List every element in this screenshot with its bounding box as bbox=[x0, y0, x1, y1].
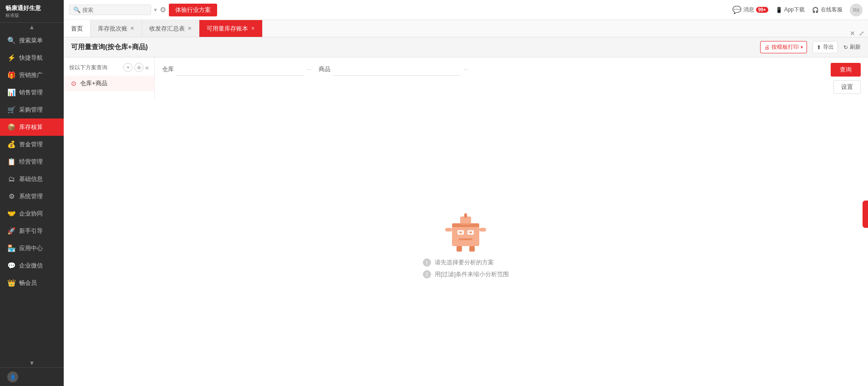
close-all-tabs-icon[interactable]: ✕ bbox=[850, 30, 855, 37]
industry-solution-button[interactable]: 体验行业方案 bbox=[169, 4, 217, 16]
page-header-actions: 🖨 按模板打印 ▾ ⬆ 导出 ↻ 刷新 bbox=[760, 41, 861, 53]
app-name: 畅康通好生意 bbox=[5, 5, 58, 12]
warehouse-field: 仓库 ··· bbox=[162, 63, 311, 76]
app-download-btn[interactable]: 📱 App下载 bbox=[776, 6, 805, 14]
sidebar-item-cooperation[interactable]: 🤝 企业协同 bbox=[0, 205, 64, 222]
collapse-scheme-icon[interactable]: « bbox=[145, 64, 149, 71]
sidebar-scroll-down[interactable]: ▼ bbox=[0, 358, 64, 367]
scheme-header-label: 按以下方案查询 bbox=[69, 64, 107, 72]
hint-1: 1 请先选择要分析的方案 bbox=[423, 258, 509, 267]
tab-controls: ✕ ⤢ bbox=[846, 30, 868, 37]
warehouse-label: 仓库 bbox=[162, 65, 174, 73]
chart-icon: 📊 bbox=[7, 88, 15, 97]
sidebar-item-search[interactable]: 🔍 搜索菜单 bbox=[0, 32, 64, 49]
search-icon: 🔍 bbox=[7, 36, 15, 45]
refresh-button[interactable]: ↻ 刷新 bbox=[843, 43, 861, 51]
sidebar-item-wechat[interactable]: 💬 企业微信 bbox=[0, 257, 64, 274]
online-service-btn[interactable]: 🎧 在线客服 bbox=[812, 6, 843, 14]
empty-illustration bbox=[443, 207, 488, 253]
dropdown-icon[interactable]: ▾ bbox=[154, 6, 157, 13]
basic-icon: 🗂 bbox=[7, 175, 15, 183]
sidebar-item-basic[interactable]: 🗂 基础信息 bbox=[0, 170, 64, 188]
tab-collect-label: 收发存汇总表 bbox=[149, 25, 185, 33]
tab-available-close[interactable]: ✕ bbox=[251, 26, 255, 31]
print-dropdown-icon[interactable]: ▾ bbox=[801, 45, 803, 50]
sidebar-item-label: 销售管理 bbox=[19, 88, 43, 97]
tab-bar: 首页 库存批次账 ✕ 收发存汇总表 ✕ 可用量库存账本 ✕ ✕ ⤢ bbox=[64, 20, 868, 37]
tab-batch[interactable]: 库存批次账 ✕ bbox=[91, 20, 142, 37]
svg-rect-7 bbox=[445, 228, 452, 232]
tab-home[interactable]: 首页 bbox=[64, 20, 91, 37]
empty-hints: 1 请先选择要分析的方案 2 用[过滤]条件来缩小分析范围 bbox=[423, 258, 509, 278]
top-bar-right: 💬 消息 99+ 📱 App下载 🎧 在线客服 Rit bbox=[732, 4, 863, 16]
scheme-settings-button[interactable]: ⚙ bbox=[134, 63, 143, 72]
warehouse-more-icon[interactable]: ··· bbox=[307, 66, 311, 72]
product-input[interactable] bbox=[333, 63, 461, 76]
search-input[interactable] bbox=[82, 7, 137, 13]
right-scroll-indicator[interactable] bbox=[863, 201, 868, 228]
wechat-icon: 💬 bbox=[7, 262, 15, 270]
operations-icon: 📋 bbox=[7, 158, 15, 166]
sidebar-item-inventory[interactable]: 📦 库存核算 bbox=[0, 118, 64, 136]
tab-collect-close[interactable]: ✕ bbox=[188, 26, 192, 31]
appstore-icon: 🏪 bbox=[7, 244, 15, 252]
tab-available[interactable]: 可用量库存账本 ✕ bbox=[199, 20, 263, 37]
add-scheme-button[interactable]: + bbox=[123, 63, 132, 72]
svg-rect-10 bbox=[464, 213, 467, 218]
tab-collect[interactable]: 收发存汇总表 ✕ bbox=[142, 20, 199, 37]
maximize-icon[interactable]: ⤢ bbox=[859, 30, 864, 37]
product-field: 商品 ··· bbox=[319, 63, 468, 76]
top-bar-left: 🔍 ▾ ⚙ 体验行业方案 bbox=[69, 4, 729, 16]
print-button[interactable]: 🖨 按模板打印 ▾ bbox=[760, 41, 807, 53]
sidebar-item-marketing[interactable]: 🎁 营销推广 bbox=[0, 67, 64, 84]
sidebar-item-label: 库存核算 bbox=[19, 123, 43, 131]
query-settings-button[interactable]: 设置 bbox=[833, 80, 861, 94]
product-more-icon[interactable]: ··· bbox=[463, 66, 468, 72]
tab-batch-label: 库存批次账 bbox=[98, 25, 127, 33]
top-bar: 🔍 ▾ ⚙ 体验行业方案 💬 消息 99+ 📱 App下载 🎧 在线客服 Ri bbox=[64, 0, 868, 20]
settings-icon[interactable]: ⚙ bbox=[160, 5, 166, 14]
warehouse-input[interactable] bbox=[177, 63, 304, 76]
scheme-item-warehouse-product[interactable]: ⊙ 仓库+商品 bbox=[64, 76, 154, 91]
sidebar-item-label: 基础信息 bbox=[19, 175, 43, 183]
sidebar-item-newbie[interactable]: 🚀 新手引导 bbox=[0, 222, 64, 240]
sidebar-logo: 畅康通好生意 标准版 bbox=[0, 0, 64, 23]
tab-batch-close[interactable]: ✕ bbox=[130, 26, 134, 31]
sidebar-item-operations[interactable]: 📋 经营管理 bbox=[0, 153, 64, 170]
filter-area: 仓库 ··· 商品 ··· 查询 bbox=[155, 57, 868, 99]
search-icon: 🔍 bbox=[73, 6, 81, 13]
app-download-label: App下载 bbox=[784, 6, 805, 14]
sidebar-item-purchase[interactable]: 🛒 采购管理 bbox=[0, 101, 64, 118]
printer-icon: 🖨 bbox=[764, 44, 770, 51]
print-label: 按模板打印 bbox=[772, 43, 799, 51]
search-box[interactable]: 🔍 bbox=[69, 5, 151, 15]
sidebar-item-member[interactable]: 👑 畅会员 bbox=[0, 274, 64, 292]
scheme-sidebar: 按以下方案查询 + ⚙ « ⊙ 仓库+商品 bbox=[64, 57, 155, 99]
sidebar-scroll-up[interactable]: ▲ bbox=[0, 23, 64, 32]
shortcut-icon: ⚡ bbox=[7, 54, 15, 62]
export-button[interactable]: ⬆ 导出 bbox=[812, 41, 838, 53]
newbie-icon: 🚀 bbox=[7, 227, 15, 235]
sidebar-item-label: 企业微信 bbox=[19, 262, 43, 270]
sidebar-item-label: 畅会员 bbox=[19, 279, 37, 287]
tab-home-label: 首页 bbox=[71, 25, 83, 33]
notification-area[interactable]: 💬 消息 99+ bbox=[732, 5, 768, 14]
sidebar-item-shortcut[interactable]: ⚡ 快捷导航 bbox=[0, 49, 64, 67]
svg-rect-8 bbox=[479, 228, 486, 232]
cart-icon: 🛒 bbox=[7, 106, 15, 114]
user-name: Rit bbox=[853, 7, 859, 13]
user-avatar[interactable]: Rit bbox=[850, 4, 863, 16]
query-button[interactable]: 查询 bbox=[831, 63, 861, 77]
sidebar-item-system[interactable]: ⚙ 系统管理 bbox=[0, 188, 64, 205]
svg-rect-4 bbox=[459, 232, 462, 233]
gift-icon: 🎁 bbox=[7, 71, 15, 79]
svg-rect-12 bbox=[469, 246, 475, 252]
page-title: 可用量查询(按仓库+商品) bbox=[71, 43, 760, 51]
table-area: 1 请先选择要分析的方案 2 用[过滤]条件来缩小分析范围 bbox=[64, 99, 868, 386]
sidebar-item-sales[interactable]: 📊 销售管理 bbox=[0, 84, 64, 101]
sidebar-item-label: 经营管理 bbox=[19, 158, 43, 166]
sidebar-item-appstore[interactable]: 🏪 应用中心 bbox=[0, 240, 64, 257]
notification-label: 消息 bbox=[743, 6, 754, 14]
hint-2: 2 用[过滤]条件来缩小分析范围 bbox=[423, 270, 509, 278]
sidebar-item-finance[interactable]: 💰 资金管理 bbox=[0, 136, 64, 153]
